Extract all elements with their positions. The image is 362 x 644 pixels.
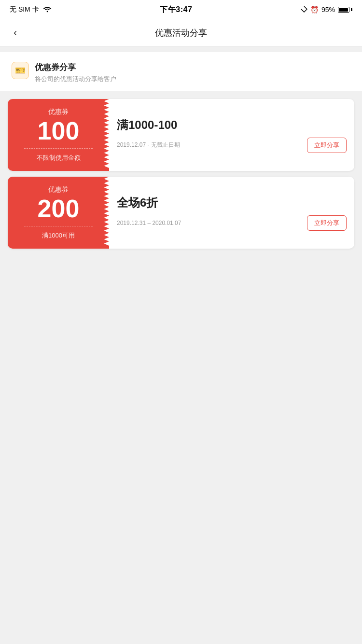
coupon-divider-1 xyxy=(24,148,93,149)
section-text: 优惠券分享 将公司的优惠活动分享给客户 xyxy=(35,62,116,84)
coupon-amount-2: 200 xyxy=(38,196,80,221)
coupon-condition-2: 满1000可用 xyxy=(42,231,75,240)
status-right: ⏰ 95% xyxy=(301,6,352,14)
coupon-divider-2 xyxy=(24,226,93,226)
share-button-1[interactable]: 立即分享 xyxy=(307,138,347,153)
status-left: 无 SIM 卡 xyxy=(10,5,52,14)
coupon-meta-1: 2019.12.07 - 无截止日期 立即分享 xyxy=(117,138,347,153)
coupon-date-2: 2019.12.31 – 2020.01.07 xyxy=(117,220,303,226)
section-subtitle: 将公司的优惠活动分享给客户 xyxy=(35,75,116,84)
back-button[interactable]: ‹ xyxy=(10,23,21,43)
section-title: 优惠券分享 xyxy=(35,62,116,73)
coupon-card-2: 优惠券 200 满1000可用 全场6折 2019.12.31 – 2020.0… xyxy=(8,177,354,249)
coupon-date-1: 2019.12.07 - 无截止日期 xyxy=(117,141,303,149)
alarm-icon: ⏰ xyxy=(310,6,319,14)
section-header: 🎫 优惠券分享 将公司的优惠活动分享给客户 xyxy=(0,52,362,91)
battery-percent: 95% xyxy=(321,6,335,14)
nav-title: 优惠活动分享 xyxy=(155,27,207,39)
coupon-label-2: 优惠券 xyxy=(48,185,69,194)
nav-bar: ‹ 优惠活动分享 xyxy=(0,19,362,46)
location-icon xyxy=(301,6,307,14)
coupon-right-1: 满1000-100 2019.12.07 - 无截止日期 立即分享 xyxy=(109,99,354,171)
coupon-meta-2: 2019.12.31 – 2020.01.07 立即分享 xyxy=(117,215,347,231)
carrier-text: 无 SIM 卡 xyxy=(10,5,39,14)
status-bar: 无 SIM 卡 下午3:47 ⏰ 95% xyxy=(0,0,362,19)
coupon-left-2: 优惠券 200 满1000可用 xyxy=(8,177,109,249)
coupon-left-1: 优惠券 100 不限制使用金额 xyxy=(8,99,109,171)
status-time: 下午3:47 xyxy=(160,5,192,15)
wifi-icon xyxy=(43,6,52,14)
battery-icon xyxy=(338,7,352,13)
coupon-condition-1: 不限制使用金额 xyxy=(37,154,81,162)
coupon-title-2: 全场6折 xyxy=(117,195,347,210)
coupon-amount-1: 100 xyxy=(38,118,80,143)
coupon-right-2: 全场6折 2019.12.31 – 2020.01.07 立即分享 xyxy=(109,177,354,249)
coupon-section-icon: 🎫 xyxy=(12,62,29,79)
bottom-area xyxy=(0,249,362,442)
coupon-label-1: 优惠券 xyxy=(48,108,69,116)
coupon-list: 优惠券 100 不限制使用金额 满1000-100 2019.12.07 - 无… xyxy=(0,99,362,249)
share-button-2[interactable]: 立即分享 xyxy=(307,215,347,231)
coupon-card-1: 优惠券 100 不限制使用金额 满1000-100 2019.12.07 - 无… xyxy=(8,99,354,171)
coupon-title-1: 满1000-100 xyxy=(117,117,347,133)
